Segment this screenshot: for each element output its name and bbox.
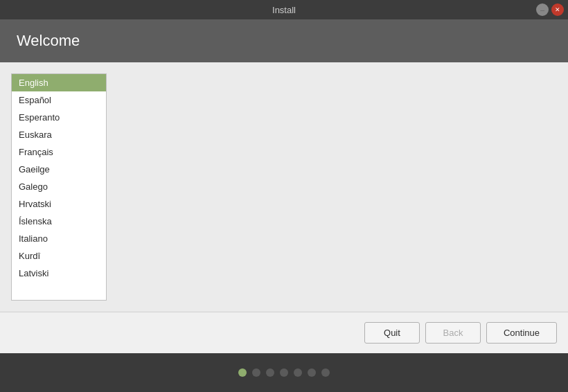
continue-button[interactable]: Continue — [486, 322, 557, 344]
language-item-espanol[interactable]: Español — [12, 91, 106, 109]
step-dot-4 — [294, 368, 302, 377]
minimize-button[interactable] — [536, 3, 549, 16]
language-item-kurdi[interactable]: Kurdî — [12, 247, 106, 265]
language-list[interactable]: EnglishEspañolEsperantoEuskaraFrançaisGa… — [11, 73, 107, 301]
language-item-hrvatski[interactable]: Hrvatski — [12, 195, 106, 213]
language-item-euskara[interactable]: Euskara — [12, 126, 106, 143]
window-controls — [536, 3, 564, 16]
language-item-latviski[interactable]: Latviski — [12, 265, 106, 282]
main-window: Welcome EnglishEspañolEsperantoEuskaraFr… — [0, 19, 568, 353]
welcome-header: Welcome — [0, 19, 568, 62]
quit-button[interactable]: Quit — [364, 322, 420, 344]
window-title: Install — [272, 5, 296, 15]
language-item-francais[interactable]: Français — [12, 143, 106, 161]
content-area: EnglishEspañolEsperantoEuskaraFrançaisGa… — [0, 62, 568, 312]
language-item-gaeilge[interactable]: Gaeilge — [12, 161, 106, 178]
back-button[interactable]: Back — [425, 322, 481, 344]
language-item-italiano[interactable]: Italiano — [12, 230, 106, 247]
step-dot-3 — [280, 368, 288, 377]
step-dot-1 — [252, 368, 260, 377]
language-item-english[interactable]: English — [12, 74, 106, 91]
page-title: Welcome — [17, 32, 551, 50]
close-button[interactable] — [551, 3, 564, 16]
step-indicators — [238, 368, 330, 377]
step-dot-5 — [308, 368, 316, 377]
language-item-esperanto[interactable]: Esperanto — [12, 109, 106, 126]
language-item-islenska[interactable]: Íslenska — [12, 213, 106, 230]
language-item-galego[interactable]: Galego — [12, 178, 106, 195]
title-bar: Install — [0, 0, 568, 19]
taskbar — [0, 353, 568, 392]
step-dot-6 — [321, 368, 330, 377]
step-dot-0 — [238, 368, 247, 377]
footer: Quit Back Continue — [0, 312, 568, 353]
step-dot-2 — [266, 368, 274, 377]
